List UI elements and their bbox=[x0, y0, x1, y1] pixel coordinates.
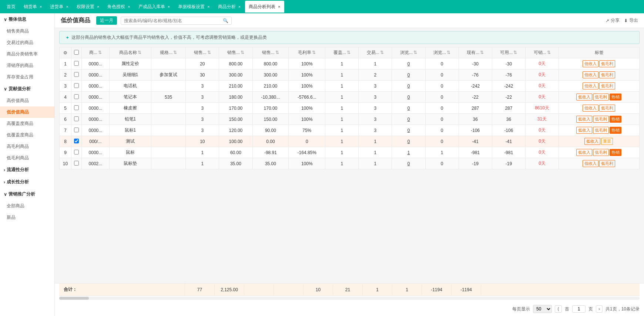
sidebar-item-slow-moving[interactable]: 滞销序的商品 bbox=[0, 60, 54, 71]
sidebar-item-low-value[interactable]: 低价值商品 bbox=[0, 106, 54, 118]
sort-icon[interactable]: ⇅ bbox=[447, 50, 450, 55]
export-button[interactable]: ⬇ 导出 bbox=[624, 17, 638, 24]
view-link[interactable]: 0 bbox=[407, 84, 410, 89]
row-checkbox-input[interactable] bbox=[74, 161, 79, 166]
view-link[interactable]: 0 bbox=[407, 117, 410, 122]
row-checkbox-input[interactable] bbox=[74, 72, 79, 77]
view-link[interactable]: 0 bbox=[407, 161, 410, 166]
close-icon[interactable]: × bbox=[278, 4, 280, 9]
view-link[interactable]: 0 bbox=[407, 61, 410, 67]
row-checkbox-input[interactable] bbox=[74, 116, 79, 121]
close-icon[interactable]: × bbox=[97, 4, 99, 9]
sort-icon[interactable]: ⇅ bbox=[513, 50, 517, 55]
row-tags: 低收入低毛利 bbox=[559, 69, 640, 81]
view-link[interactable]: 1 bbox=[407, 150, 410, 155]
sidebar-group-circulation[interactable]: › 流通性分析 bbox=[0, 164, 54, 176]
row-checkbox-input[interactable] bbox=[74, 94, 79, 99]
row-checkbox[interactable] bbox=[71, 92, 82, 103]
nav-home[interactable]: 首页 bbox=[3, 1, 19, 13]
page-size-select[interactable]: 50 100 200 bbox=[533, 305, 552, 313]
time-filter-button[interactable]: 近一月 bbox=[96, 16, 117, 25]
row-checkbox-input[interactable] bbox=[74, 105, 79, 110]
row-checkbox[interactable] bbox=[71, 114, 82, 125]
row-checkbox-input[interactable] bbox=[74, 150, 79, 154]
sort-icon[interactable]: ⇅ bbox=[241, 50, 244, 55]
share-button[interactable]: ↗ 分享 bbox=[606, 17, 620, 24]
page-input[interactable] bbox=[572, 305, 586, 313]
close-icon[interactable]: × bbox=[128, 4, 130, 9]
nav-analysis-list[interactable]: 商品分析列表× bbox=[245, 1, 284, 13]
nav-roles[interactable]: 角色授权× bbox=[104, 1, 134, 13]
sidebar-group-contribution[interactable]: ∨ 贡献值分析 bbox=[0, 83, 54, 95]
sidebar-group-marketing[interactable]: ∨ 营销推广分析 bbox=[0, 188, 54, 200]
nav-purchase[interactable]: 进货单× bbox=[46, 1, 72, 13]
sort-icon[interactable]: ⇅ bbox=[207, 50, 211, 55]
row-checkbox-input[interactable] bbox=[74, 83, 79, 88]
select-all-checkbox[interactable] bbox=[74, 50, 79, 55]
col-checkbox[interactable] bbox=[71, 47, 82, 58]
row-checkbox[interactable] bbox=[71, 81, 82, 92]
view-link[interactable]: 0 bbox=[407, 128, 410, 133]
view-link[interactable]: 0 bbox=[407, 106, 410, 111]
nav-analysis[interactable]: 商品分析× bbox=[214, 1, 244, 13]
sidebar-item-traded[interactable]: 交易过的商品 bbox=[0, 37, 54, 48]
totals-label: 合计： bbox=[59, 283, 185, 296]
sort-icon[interactable]: ⇅ bbox=[347, 50, 350, 55]
sidebar-group-overall[interactable]: ∨ 整体信息 bbox=[0, 13, 54, 26]
sort-icon[interactable]: ⇅ bbox=[380, 50, 384, 55]
nav-templates[interactable]: 单据模板设置× bbox=[174, 1, 213, 13]
row-sale-qty: 3 bbox=[186, 103, 219, 114]
row-sale-qty: 3 bbox=[186, 125, 219, 136]
row-checkbox[interactable] bbox=[71, 147, 82, 158]
sidebar-item-high-margin[interactable]: 高毛利商品 bbox=[0, 141, 54, 152]
view-link[interactable]: 0 bbox=[407, 139, 410, 144]
search-input[interactable] bbox=[124, 18, 221, 23]
sidebar-item-high-coverage[interactable]: 高覆盖度商品 bbox=[0, 118, 54, 129]
row-checkbox-input[interactable] bbox=[74, 61, 79, 66]
sort-icon[interactable]: ⇅ bbox=[138, 50, 141, 55]
row-checkbox-input[interactable] bbox=[74, 128, 79, 132]
close-icon[interactable]: × bbox=[207, 4, 209, 9]
next-page-button[interactable]: › bbox=[596, 305, 603, 313]
scrollbar-thumb[interactable] bbox=[59, 297, 89, 300]
sidebar-item-high-value[interactable]: 高价值商品 bbox=[0, 95, 54, 106]
sort-icon[interactable]: ⇅ bbox=[98, 50, 102, 55]
sidebar-item-low-coverage[interactable]: 低覆盖度商品 bbox=[0, 129, 54, 141]
row-checkbox[interactable] bbox=[71, 58, 82, 69]
row-checkbox[interactable] bbox=[71, 69, 82, 81]
row-checkbox[interactable] bbox=[71, 103, 82, 114]
sidebar-item-low-margin[interactable]: 低毛利商品 bbox=[0, 152, 54, 164]
row-checkbox[interactable] bbox=[71, 136, 82, 147]
chevron-right-icon: › bbox=[4, 167, 5, 173]
nav-permissions[interactable]: 权限设置× bbox=[73, 1, 103, 13]
sort-icon[interactable]: ⇅ bbox=[547, 50, 551, 55]
nav-products-in[interactable]: 产成品入库单× bbox=[135, 1, 174, 13]
sort-icon[interactable]: ⇅ bbox=[312, 50, 316, 55]
close-icon[interactable]: × bbox=[238, 4, 241, 9]
close-icon[interactable]: × bbox=[40, 4, 42, 9]
view-link[interactable]: 0 bbox=[407, 95, 410, 100]
view-link[interactable]: 0 bbox=[407, 72, 410, 78]
close-icon[interactable]: × bbox=[168, 4, 170, 9]
row-checkbox[interactable] bbox=[71, 125, 82, 136]
sort-icon[interactable]: ⇅ bbox=[173, 50, 177, 55]
sidebar-item-category-rate[interactable]: 商品分类销售率 bbox=[0, 48, 54, 60]
nav-sales[interactable]: 销货单× bbox=[20, 1, 46, 13]
sidebar-item-new-products[interactable]: 新品 bbox=[0, 212, 54, 223]
sort-icon[interactable]: ⇅ bbox=[480, 50, 484, 55]
sort-icon[interactable]: ⇅ bbox=[413, 50, 417, 55]
main-content: 低价值商品 近一月 🔍 ↗ 分享 ⬇ 导出 ✦ 这部分商品的销售收入大幅低于商品… bbox=[55, 13, 644, 316]
sort-icon[interactable]: ⇅ bbox=[275, 50, 279, 55]
col-gear[interactable]: ⚙ bbox=[60, 47, 71, 58]
close-icon[interactable]: × bbox=[66, 4, 68, 9]
row-checkbox[interactable] bbox=[71, 158, 82, 169]
sidebar-item-sales-category[interactable]: 销售类商品 bbox=[0, 26, 54, 37]
sidebar-item-all-products[interactable]: 全部商品 bbox=[0, 200, 54, 212]
first-page-button[interactable]: ⟨ bbox=[555, 305, 562, 313]
sidebar-item-inventory-capital[interactable]: 库存资金占用 bbox=[0, 71, 54, 83]
row-checkbox-input[interactable] bbox=[74, 139, 79, 143]
row-view1: 0 bbox=[392, 114, 425, 125]
scrollbar-track[interactable] bbox=[59, 297, 640, 300]
col-saleable: 可销...⇅ bbox=[525, 47, 559, 58]
sidebar-group-growth[interactable]: › 成长性分析 bbox=[0, 176, 54, 188]
